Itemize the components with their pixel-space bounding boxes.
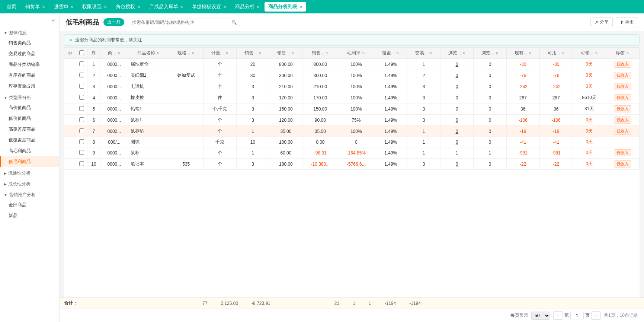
nav-role[interactable]: 角色授权 ✕ [112, 2, 144, 12]
th-browse-count[interactable]: 浏览...⇅ [440, 48, 474, 59]
cell-check-0[interactable] [76, 59, 87, 70]
th-browse-customer[interactable]: 浏览...⇅ [473, 48, 506, 59]
sidebar-item-new-goods[interactable]: 新品 [0, 210, 59, 221]
nav-template[interactable]: 单据模板设置 ✕ [188, 2, 230, 12]
cell-check-2[interactable] [76, 81, 87, 92]
cell-browse-count-4[interactable]: 0 [440, 103, 474, 115]
time-filter-btn[interactable]: 近一月 [103, 18, 124, 26]
page-size-select[interactable]: 20 50 100 [531, 312, 550, 320]
th-amount[interactable]: 销售...⇅ [269, 48, 302, 59]
row-checkbox-5[interactable] [79, 117, 84, 122]
cell-browse-count-7[interactable]: 0 [440, 137, 474, 147]
nav-home[interactable]: 首页 [3, 2, 20, 12]
search-icon[interactable]: 🔍 [231, 20, 237, 25]
sidebar-item-high-value[interactable]: 高价值商品 [0, 102, 59, 113]
nav-close-goods-analysis[interactable]: ✕ [256, 5, 259, 9]
cell-check-6[interactable] [76, 126, 87, 137]
sidebar-group-type[interactable]: ▼ 类型量分析 [0, 92, 59, 102]
sidebar-group-overall[interactable]: ▼ 整体信息 [0, 27, 59, 38]
export-btn[interactable]: ⬆ 导出 [616, 17, 638, 27]
cell-browse-count-0[interactable]: 0 [440, 59, 474, 70]
th-qty[interactable]: 销售...⇅ [236, 48, 269, 59]
sidebar-item-capital[interactable]: 库存资金占用 [0, 81, 59, 92]
row-checkbox-7[interactable] [79, 139, 84, 144]
nav-goods-analysis[interactable]: 商品分析 ✕ [231, 2, 263, 12]
share-btn[interactable]: ↗ 分享 [590, 17, 613, 27]
th-profit-rate[interactable]: 毛利率⇅ [338, 48, 374, 59]
cell-browse-count-2[interactable]: 0 [440, 81, 474, 92]
nav-close-purchase[interactable]: ✕ [70, 5, 73, 9]
nav-purchase[interactable]: 进货单 ✕ [50, 2, 77, 12]
cell-browse-count-1[interactable]: 0 [440, 70, 474, 81]
sidebar-group-growth[interactable]: ▶ 成长性分析 [0, 178, 59, 189]
select-all-checkbox[interactable] [79, 50, 84, 55]
nav-close-sales[interactable]: ✕ [42, 5, 45, 9]
nav-close-goods-analysis-list[interactable]: ✕ [299, 5, 302, 9]
cell-amount-4: 150.00 [269, 103, 302, 115]
th-trade[interactable]: 交易...⇅ [407, 48, 440, 59]
sidebar-item-high-coverage[interactable]: 高覆盖度商品 [0, 124, 59, 135]
cell-check-7[interactable] [76, 137, 87, 147]
row-checkbox-2[interactable] [79, 84, 84, 89]
cell-browse-count-3[interactable]: 0 [440, 92, 474, 103]
th-unit[interactable]: 计量...⇅ [203, 48, 236, 59]
nav-product-entry[interactable]: 产成品入库单 ✕ [145, 2, 187, 12]
settings-icon[interactable]: ⚙ [68, 51, 72, 56]
row-checkbox-1[interactable] [79, 73, 84, 77]
next-page-btn[interactable]: ＞ [591, 311, 601, 320]
cell-profit-9: -10,380... [302, 159, 338, 170]
sidebar-item-low-coverage[interactable]: 低覆盖度商品 [0, 135, 59, 146]
nav-close-product-entry[interactable]: ✕ [180, 5, 183, 9]
row-checkbox-3[interactable] [79, 95, 84, 100]
sidebar-item-all-goods[interactable]: 全部商品 [0, 200, 59, 210]
sidebar-item-category-rate[interactable]: 商品分类助销率 [0, 59, 59, 70]
cell-current-stock-7: -41 [506, 137, 539, 147]
sidebar-item-low-margin[interactable]: 低毛利商品 [0, 156, 59, 167]
cell-check-4[interactable] [76, 103, 87, 115]
nav-sales[interactable]: 销货单 ✕ [22, 2, 49, 12]
th-profit[interactable]: 销售...⇅ [302, 48, 338, 59]
sidebar-group-marketing[interactable]: ▼ 营销推广分析 [0, 189, 59, 200]
sidebar-group-flow[interactable]: ▶ 流通性分析 [0, 167, 59, 178]
cell-check-1[interactable] [76, 70, 87, 81]
sidebar-collapse-btn[interactable]: « [50, 16, 56, 25]
cell-browse-count-8[interactable]: 1 [440, 147, 474, 159]
row-checkbox-6[interactable] [79, 128, 84, 133]
th-current-stock[interactable]: 现有...⇅ [506, 48, 539, 59]
th-coverage[interactable]: 覆盖...⇅ [374, 48, 407, 59]
nav-permission[interactable]: 权限设置 ✕ [79, 2, 110, 12]
sidebar-item-traded-goods[interactable]: 交易过的商品 [0, 48, 59, 59]
row-checkbox-9[interactable] [79, 161, 84, 166]
th-spec[interactable]: 规格...⇅ [169, 48, 203, 59]
nav-close-permission[interactable]: ✕ [104, 5, 107, 9]
row-checkbox-0[interactable] [79, 61, 84, 66]
cell-browse-count-5[interactable]: 0 [440, 115, 474, 126]
cell-check-3[interactable] [76, 92, 87, 103]
th-settings[interactable]: ⚙ [64, 48, 76, 59]
th-code[interactable]: 商...⇅ [100, 48, 128, 59]
row-checkbox-8[interactable] [79, 150, 84, 155]
sidebar-item-low-value[interactable]: 低价值商品 [0, 113, 59, 124]
sidebar-item-sales-goods[interactable]: 销售类商品 [0, 38, 59, 48]
th-sellable-days[interactable]: 可销...⇅ [573, 48, 606, 59]
cell-browse-count-9[interactable]: 0 [440, 159, 474, 170]
cell-browse-count-6[interactable]: 0 [440, 126, 474, 137]
sidebar-item-in-stock[interactable]: 有库存的商品 [0, 70, 59, 81]
page-number-input[interactable] [570, 312, 584, 319]
prev-page-btn[interactable]: ＜ [553, 311, 563, 320]
cell-current-stock-5: -106 [506, 115, 539, 126]
row-checkbox-4[interactable] [79, 106, 84, 111]
cell-check-9[interactable] [76, 159, 87, 170]
th-name[interactable]: 商品名称⇅ [128, 48, 169, 59]
nav-close-role[interactable]: ✕ [137, 5, 140, 9]
cell-coverage-7: 1.49% [374, 137, 407, 147]
sidebar-item-high-margin[interactable]: 高毛利商品 [0, 146, 59, 156]
th-tag[interactable]: 标签⇅ [606, 48, 639, 59]
search-input[interactable] [132, 20, 230, 25]
th-available-stock[interactable]: 可用...⇅ [539, 48, 573, 59]
nav-close-template[interactable]: ✕ [223, 5, 226, 9]
nav-goods-analysis-list[interactable]: 商品分析列表 ✕ [265, 2, 306, 12]
cell-check-8[interactable] [76, 147, 87, 159]
th-check[interactable] [76, 48, 87, 59]
cell-check-5[interactable] [76, 115, 87, 126]
